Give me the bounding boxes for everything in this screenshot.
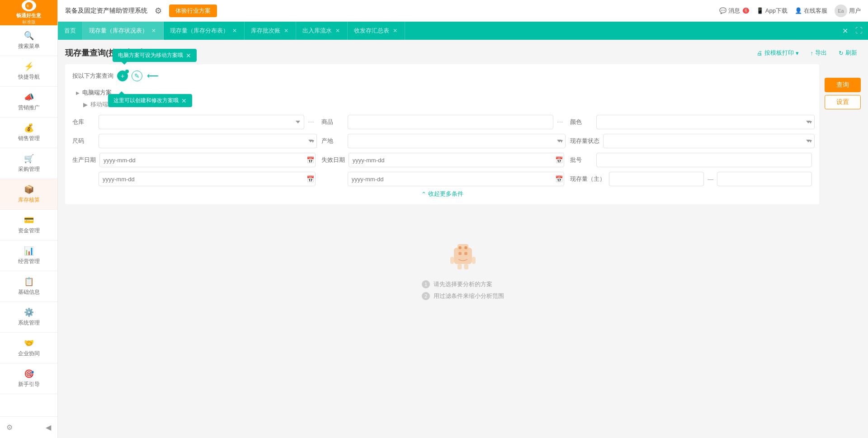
collapse-icon[interactable]: ◀ (44, 421, 53, 433)
filter-row-produce-date: 生产日期 📅 (72, 153, 314, 167)
finance-icon: 💳 (24, 215, 34, 225)
size-select[interactable] (99, 134, 317, 148)
tab-close-batch-ledger[interactable]: ✕ (283, 27, 289, 35)
tab-in-out-flow[interactable]: 出入库流水 ✕ (296, 22, 348, 40)
settings-icon[interactable]: ⚙ (5, 421, 14, 433)
tab-inventory-status[interactable]: 现存量（库存状况表） ✕ (83, 22, 164, 40)
filter-row-produce-date-end: 📅 (72, 172, 314, 186)
filter-header: 按以下方案查询 + 电脑方案可设为移动方案哦 ✕ ✎ (72, 71, 812, 81)
stock-status-select[interactable] (603, 134, 815, 148)
sidebar-bottom: ⚙ ◀ (0, 416, 57, 438)
refresh-button[interactable]: ↻ 刷新 (835, 47, 861, 59)
filter-row-expire-date: 失效日期 📅 (321, 153, 563, 167)
warehouse-dots[interactable]: ··· (308, 118, 314, 126)
tab-close-in-out-flow[interactable]: ✕ (335, 27, 341, 35)
trial-button[interactable]: 体验行业方案 (169, 5, 217, 17)
stock-status-label: 现存量状态 (570, 137, 599, 145)
empty-step-1: 1 请先选择要分析的方案 (422, 280, 504, 288)
empty-steps: 1 请先选择要分析的方案 2 用过滤条件来缩小分析范围 (422, 280, 504, 300)
header-right: 💬 消息 6 📱 App下载 👤 在线客服 Ea 用户 (719, 5, 861, 17)
filter-row-origin: 产地 ▾ (321, 134, 563, 148)
tooltip-close-1[interactable]: ✕ (186, 52, 191, 59)
stock-qty-min[interactable] (609, 172, 704, 186)
collapse-bar[interactable]: ⌃ 收起更多条件 (72, 186, 812, 198)
tooltip-close-2[interactable]: ✕ (181, 97, 187, 104)
sidebar-item-nav[interactable]: ⚡ 快捷导航 (0, 56, 57, 87)
filter-row-size: 尺码 ▾ (72, 134, 314, 148)
tab-close-all-icon[interactable]: ✕ (840, 25, 850, 37)
produce-date-label: 生产日期 (72, 156, 96, 164)
nav-icon: ⚡ (24, 61, 34, 71)
filter-label: 按以下方案查询 (72, 72, 113, 80)
message-icon: 💬 (719, 7, 726, 14)
search-icon: 🔍 (24, 31, 34, 41)
origin-select[interactable] (348, 134, 566, 148)
settings-button[interactable]: ⚙ (153, 4, 164, 18)
page-actions: 🖨 按模板打印 ▾ ↑ 导出 ↻ 刷新 (753, 47, 861, 59)
warehouse-select[interactable] (99, 115, 304, 129)
query-button[interactable]: 查询 (825, 78, 861, 92)
color-label: 颜色 (570, 118, 593, 126)
messages-item[interactable]: 💬 消息 6 (719, 7, 749, 15)
expire-date-end[interactable] (348, 172, 565, 186)
print-button[interactable]: 🖨 按模板打印 ▾ (753, 47, 802, 59)
sidebar-item-operations[interactable]: 📊 经营管理 (0, 240, 57, 271)
filter-area: 按以下方案查询 + 电脑方案可设为移动方案哦 ✕ ✎ (65, 64, 819, 204)
system-name: 装备及固定资产辅助管理系统 (65, 7, 147, 15)
export-icon: ↑ (811, 50, 814, 57)
step-num-2: 2 (422, 292, 430, 300)
purchase-icon: 🛒 (24, 154, 34, 164)
stock-qty-label: 现存量（主） (570, 175, 605, 183)
app-download-item[interactable]: 📱 App下载 (756, 7, 788, 15)
tab-collection-summary[interactable]: 收发存汇总表 ✕ (348, 22, 405, 40)
batch-no-input[interactable] (596, 153, 812, 167)
sidebar-item-guide[interactable]: 🎯 新手引导 (0, 363, 57, 394)
svg-rect-11 (464, 264, 468, 269)
goods-dots[interactable]: ··· (557, 118, 563, 126)
chevron-down-icon: ▾ (796, 50, 799, 57)
calendar-icon-expire-start: 📅 (555, 156, 563, 164)
goods-label: 商品 (321, 118, 344, 126)
sidebar-item-finance[interactable]: 💳 资金管理 (0, 210, 57, 240)
stock-qty-max[interactable] (717, 172, 812, 186)
online-support-item[interactable]: 👤 在线客服 (795, 7, 827, 15)
expire-date-start[interactable] (349, 153, 565, 167)
sales-icon: 💰 (24, 123, 34, 133)
tab-close-collection-summary[interactable]: ✕ (392, 27, 398, 35)
chevron-right-icon: ▶ (76, 90, 80, 95)
logo-text: 畅通好生意 (16, 12, 41, 19)
user-item[interactable]: Ea 用户 (835, 5, 861, 17)
filter-grid: 仓库 ··· 商品 ··· 颜色 (72, 115, 812, 186)
size-label: 尺码 (72, 137, 95, 145)
sidebar-item-marketing[interactable]: 📣 营销推广 (0, 87, 57, 118)
produce-date-end[interactable] (99, 172, 316, 186)
filter-row-color: 颜色 ▾ (570, 115, 812, 129)
arrow-left-icon[interactable]: ⟵ (147, 71, 159, 80)
tab-inventory-dist[interactable]: 现存量（库存分布表） ✕ (164, 22, 245, 40)
inventory-icon: 📦 (24, 184, 34, 194)
tab-home[interactable]: 首页 (58, 22, 83, 40)
produce-date-start[interactable] (99, 153, 316, 167)
message-badge: 6 (743, 8, 749, 14)
batch-no-label: 批号 (570, 156, 593, 164)
tab-close-inventory-status[interactable]: ✕ (151, 27, 157, 35)
reset-button[interactable]: 设置 (825, 95, 861, 109)
sidebar: 6 畅通好生意 标准版 🔍 搜索菜单 ⚡ 快捷导航 📣 营销推广 💰 销售管理 … (0, 0, 58, 438)
edit-scheme-btn[interactable]: ✎ (132, 71, 142, 81)
dot-indicator (125, 70, 129, 73)
sidebar-item-system[interactable]: ⚙️ 系统管理 (0, 302, 57, 333)
sidebar-item-sales[interactable]: 💰 销售管理 (0, 118, 57, 148)
expire-date-range: 📅 (349, 153, 563, 167)
sidebar-item-purchase[interactable]: 🛒 采购管理 (0, 148, 57, 179)
color-select[interactable] (596, 115, 815, 129)
tab-fullscreen-icon[interactable]: ⛶ (854, 25, 864, 37)
header-left: 装备及固定资产辅助管理系统 ⚙ 体验行业方案 (65, 4, 217, 18)
phone-icon: 📱 (756, 7, 764, 14)
sidebar-item-search[interactable]: 🔍 搜索菜单 (0, 25, 57, 56)
tab-batch-ledger[interactable]: 库存批次账 ✕ (245, 22, 296, 40)
sidebar-item-basic[interactable]: 📋 基础信息 (0, 271, 57, 302)
sidebar-item-inventory[interactable]: 📦 库存核算 (0, 179, 57, 210)
tab-close-inventory-dist[interactable]: ✕ (231, 27, 238, 35)
export-button[interactable]: ↑ 导出 (807, 47, 831, 59)
sidebar-item-enterprise[interactable]: 🤝 企业协同 (0, 333, 57, 363)
